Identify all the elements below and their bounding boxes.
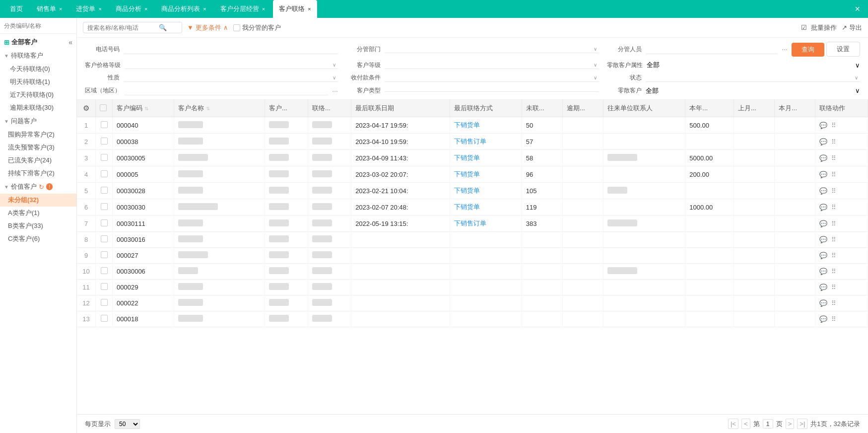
last-method-link[interactable]: 下销货单: [454, 154, 480, 161]
prev-page-button[interactable]: <: [741, 419, 750, 429]
sidebar-item-class-b[interactable]: B类客户(33): [0, 219, 76, 232]
nav-tab-purchase[interactable]: 进货单 ×: [70, 0, 107, 18]
person-more-icon[interactable]: ···: [782, 45, 788, 53]
last-method-link[interactable]: 下销货单: [454, 203, 480, 211]
last-method-link[interactable]: 下销售订单: [454, 138, 486, 145]
sidebar-item-churn-warning[interactable]: 流失预警客户(3): [0, 141, 76, 154]
refresh-icon[interactable]: ↻: [39, 183, 44, 191]
reset-button[interactable]: 设置: [826, 42, 860, 57]
row-checkbox[interactable]: [101, 138, 108, 144]
sidebar-item-churned[interactable]: 已流失客户(24): [0, 154, 76, 167]
nav-tab-sales[interactable]: 销售单 ×: [31, 0, 68, 18]
close-icon[interactable]: ×: [59, 6, 62, 12]
status-select[interactable]: ∨: [646, 74, 860, 82]
sidebar-item-class-c[interactable]: C类客户(6): [0, 232, 76, 245]
value-customers-group[interactable]: ▼ 价值客户 ↻ !: [0, 180, 76, 194]
check-all-checkbox[interactable]: [100, 104, 107, 111]
problem-customers-group[interactable]: ▼ 问题客户: [0, 114, 76, 128]
sidebar-search-input[interactable]: [4, 22, 77, 29]
row-checkbox[interactable]: [101, 154, 108, 161]
current-page-input[interactable]: 1: [763, 419, 773, 429]
pending-contact-group[interactable]: ▼ 待联络客户: [0, 49, 76, 63]
more-conditions-button[interactable]: ▼ 更多条件 ∧: [187, 23, 228, 32]
sidebar-item-class-a[interactable]: A类客户(1): [0, 207, 76, 219]
message-icon[interactable]: 💬: [819, 204, 827, 211]
row-checkbox[interactable]: [101, 299, 108, 306]
more-actions-icon[interactable]: ⠿: [831, 154, 836, 162]
close-icon[interactable]: ×: [98, 6, 101, 12]
row-checkbox[interactable]: [101, 219, 108, 226]
sidebar-item-today-pending[interactable]: 今天待联络(0): [0, 63, 76, 75]
row-checkbox[interactable]: [101, 235, 108, 242]
row-checkbox[interactable]: [101, 251, 108, 258]
more-actions-icon[interactable]: ⠿: [831, 236, 836, 243]
more-actions-icon[interactable]: ⠿: [831, 220, 836, 227]
more-actions-icon[interactable]: ⠿: [831, 122, 836, 129]
more-actions-icon[interactable]: ⠿: [831, 204, 836, 211]
my-customers-checkbox[interactable]: 我分管的客户: [233, 23, 281, 32]
row-checkbox[interactable]: [101, 170, 108, 177]
row-checkbox[interactable]: [101, 187, 108, 194]
row-checkbox[interactable]: [101, 121, 108, 128]
close-icon[interactable]: ×: [308, 6, 311, 12]
batch-ops-button[interactable]: ☑ 批量操作: [801, 23, 837, 32]
sidebar-item-tomorrow-pending[interactable]: 明天待联络(1): [0, 75, 76, 88]
nav-tab-home[interactable]: 首页: [4, 0, 29, 18]
export-button[interactable]: ↗ 导出: [842, 23, 862, 32]
close-icon[interactable]: ×: [144, 6, 147, 12]
more-actions-icon[interactable]: ⠿: [831, 315, 836, 323]
message-icon[interactable]: 💬: [819, 236, 827, 243]
more-actions-icon[interactable]: ⠿: [831, 171, 836, 178]
search-input[interactable]: [87, 24, 157, 31]
dept-select[interactable]: ∨: [385, 45, 599, 53]
last-method-link[interactable]: 下销货单: [454, 121, 480, 129]
more-actions-icon[interactable]: ⠿: [831, 187, 836, 195]
row-checkbox[interactable]: [101, 267, 108, 274]
sidebar-item-ungrouped[interactable]: 未分组(32): [0, 194, 76, 207]
last-page-button[interactable]: >|: [797, 419, 807, 429]
phone-input[interactable]: [124, 45, 338, 54]
row-checkbox[interactable]: [101, 315, 108, 322]
message-icon[interactable]: 💬: [819, 122, 827, 129]
close-icon[interactable]: ×: [262, 6, 265, 12]
sidebar-collapse-button[interactable]: «: [68, 38, 72, 46]
payment-select[interactable]: ∨: [385, 74, 599, 82]
message-icon[interactable]: 💬: [819, 268, 827, 275]
nav-tab-customer-mgmt[interactable]: 客户分层经营 ×: [214, 0, 271, 18]
message-icon[interactable]: 💬: [819, 252, 827, 259]
nav-tab-analysis-list[interactable]: 商品分析列表 ×: [155, 0, 212, 18]
area-input[interactable]: [125, 86, 328, 95]
sidebar-item-7days-pending[interactable]: 近7天待联络(0): [0, 88, 76, 101]
last-method-link[interactable]: 下销售订单: [454, 219, 486, 227]
gear-icon[interactable]: ⚙: [81, 102, 91, 114]
price-level-select[interactable]: ∨: [125, 61, 338, 69]
nav-tab-analysis[interactable]: 商品分析 ×: [110, 0, 153, 18]
message-icon[interactable]: 💬: [819, 315, 827, 323]
last-method-link[interactable]: 下销货单: [454, 187, 480, 194]
more-actions-icon[interactable]: ⠿: [831, 299, 836, 307]
row-checkbox[interactable]: [101, 203, 108, 210]
sidebar-item-declining[interactable]: 持续下滑客户(2): [0, 167, 76, 180]
checkbox-icon[interactable]: [233, 24, 240, 31]
more-actions-icon[interactable]: ⠿: [831, 268, 836, 275]
first-page-button[interactable]: |<: [728, 419, 738, 429]
more-actions-icon[interactable]: ⠿: [831, 138, 836, 145]
area-more-icon[interactable]: ···: [332, 87, 338, 95]
customer-type-select[interactable]: [385, 89, 599, 92]
message-icon[interactable]: 💬: [819, 138, 827, 145]
message-icon[interactable]: 💬: [819, 154, 827, 162]
last-method-link[interactable]: 下销货单: [454, 170, 480, 178]
message-icon[interactable]: 💬: [819, 187, 827, 195]
window-close-button[interactable]: ×: [851, 4, 864, 14]
per-page-select[interactable]: 50 100 200: [115, 419, 140, 429]
message-icon[interactable]: 💬: [819, 284, 827, 291]
query-button[interactable]: 查询: [792, 43, 824, 57]
customer-level-select[interactable]: ∨: [385, 61, 599, 69]
row-checkbox[interactable]: [101, 283, 108, 290]
more-actions-icon[interactable]: ⠿: [831, 252, 836, 259]
next-page-button[interactable]: >: [786, 419, 795, 429]
nature-select[interactable]: ∨: [124, 74, 338, 82]
person-input[interactable]: [646, 45, 778, 54]
sidebar-item-abnormal-purchase[interactable]: 囤购异常客户(2): [0, 128, 76, 141]
message-icon[interactable]: 💬: [819, 299, 827, 307]
